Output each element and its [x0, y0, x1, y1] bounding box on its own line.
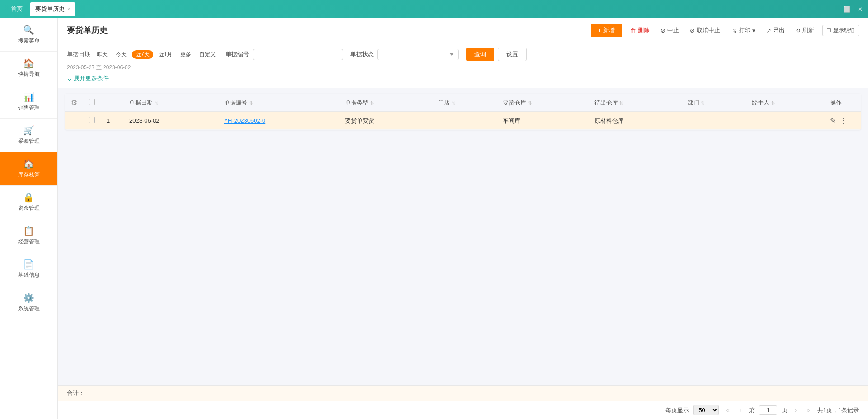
sidebar-item-inventory[interactable]: 🏠 库存核算 [0, 152, 57, 186]
table-header-row: ⚙ 单据日期 ⇅ 单据编号 ⇅ [65, 94, 861, 112]
select-all-checkbox[interactable] [89, 99, 95, 105]
cell-checkbox[interactable] [83, 112, 101, 130]
sales-icon: 📊 [23, 91, 34, 102]
gear-settings-icon[interactable]: ⚙ [71, 98, 78, 107]
date-btn-more[interactable]: 更多 [178, 50, 194, 59]
more-op-btn[interactable]: ⋮ [840, 117, 847, 124]
date-btn-custom[interactable]: 自定义 [197, 50, 218, 59]
sidebar-label-operations: 经营管理 [18, 238, 40, 246]
refresh-button[interactable]: ↻ 刷新 [793, 24, 817, 36]
bill-no-filter-group: 单据编号 [226, 49, 343, 60]
prev-page-btn[interactable]: ‹ [737, 406, 744, 414]
filter-row-1: 单据日期 昨天 今天 近7天 近1月 更多 自定义 单据编号 单据状态 [67, 48, 859, 61]
top-bar: 首页 要货单历史 × — ⬜ ✕ [0, 0, 868, 18]
window-controls: — ⬜ ✕ [830, 6, 863, 13]
refresh-label: 刷新 [802, 26, 814, 34]
next-page-btn[interactable]: › [792, 406, 799, 414]
query-button[interactable]: 查询 [466, 48, 494, 61]
bill-no-label: 单据编号 [226, 50, 249, 58]
stop-button[interactable]: ⊘ 中止 [658, 24, 682, 36]
sidebar-label-finance: 资金管理 [18, 205, 40, 212]
sidebar-item-sales[interactable]: 📊 销售管理 [0, 85, 57, 119]
sidebar-label-search: 搜索菜单 [18, 37, 40, 45]
bill-status-select[interactable] [377, 49, 459, 60]
bill-no-input[interactable] [253, 49, 343, 60]
page-header: 要货单历史 + 新增 🗑 删除 ⊘ 中止 ⊘ 取消中止 [58, 18, 868, 42]
setting-button[interactable]: 设置 [498, 48, 527, 61]
new-button[interactable]: + 新增 [591, 24, 622, 37]
date-btn-today[interactable]: 今天 [113, 50, 129, 59]
date-btn-7days[interactable]: 近7天 [132, 50, 153, 59]
tab-home-label: 首页 [11, 5, 23, 13]
sidebar-item-shortcut[interactable]: 🏠 快捷导航 [0, 52, 57, 85]
sidebar-label-sales: 销售管理 [18, 104, 40, 112]
row-checkbox[interactable] [89, 117, 95, 123]
page-suffix: 页 [782, 406, 788, 414]
restore-btn[interactable]: ⬜ [843, 6, 850, 13]
data-table: ⚙ 单据日期 ⇅ 单据编号 ⇅ [65, 94, 861, 130]
date-btn-yesterday[interactable]: 昨天 [94, 50, 110, 59]
pagination-bar: 每页显示 50 10 20 100 « ‹ 第 页 › » 共1页，1条记录 [58, 401, 868, 419]
th-department[interactable]: 部门 ⇅ [682, 94, 747, 112]
expand-more-btn[interactable]: ⌄ 展开更多条件 [67, 74, 859, 82]
th-pending-warehouse[interactable]: 待出仓库 ⇅ [589, 94, 682, 112]
sidebar-item-basic[interactable]: 📄 基础信息 [0, 252, 57, 286]
action-buttons: 查询 设置 [466, 48, 527, 61]
date-btn-1month[interactable]: 近1月 [156, 50, 175, 59]
minimize-btn[interactable]: — [830, 6, 836, 13]
date-shortcuts: 昨天 今天 近7天 近1月 更多 自定义 [94, 50, 218, 59]
expand-more-label: 展开更多条件 [74, 74, 109, 82]
cell-settings-empty [65, 112, 83, 130]
refresh-icon: ↻ [796, 27, 801, 34]
table-row: 1 2023-06-02 YH-20230602-0 要货单要货 车间库 原材料… [65, 112, 861, 130]
cell-num: 1 [101, 112, 124, 130]
sidebar-label-inventory: 库存核算 [18, 171, 40, 179]
th-checkbox[interactable] [83, 94, 101, 112]
sidebar-item-purchase[interactable]: 🛒 采购管理 [0, 119, 57, 152]
th-req-warehouse[interactable]: 要货仓库 ⇅ [497, 94, 589, 112]
bill-no-link[interactable]: YH-20230602-0 [224, 117, 265, 124]
close-btn[interactable]: ✕ [858, 6, 863, 13]
cell-store [433, 112, 497, 130]
delete-button[interactable]: 🗑 删除 [627, 24, 652, 36]
sidebar-item-finance[interactable]: 🔒 资金管理 [0, 186, 57, 219]
close-tab-icon[interactable]: × [67, 6, 70, 12]
th-store[interactable]: 门店 ⇅ [433, 94, 497, 112]
th-settings[interactable]: ⚙ [65, 94, 83, 112]
stop-label: 中止 [667, 26, 679, 34]
last-page-btn[interactable]: » [804, 406, 812, 414]
th-date[interactable]: 单据日期 ⇅ [124, 94, 218, 112]
print-button[interactable]: 🖨 打印 ▾ [728, 24, 758, 36]
operations-icon: 📋 [23, 225, 34, 236]
per-page-label: 每页显示 [665, 406, 689, 414]
edit-op-btn[interactable]: ✎ [830, 117, 836, 124]
date-range-text: 2023-05-27 至 2023-06-02 [67, 64, 131, 71]
sort-pending-wh-icon: ⇅ [619, 100, 623, 105]
total-info: 共1页，1条记录 [817, 406, 859, 414]
cell-bill-no[interactable]: YH-20230602-0 [218, 112, 340, 130]
tab-home[interactable]: 首页 [5, 2, 28, 16]
footer-bar: 合计： [58, 385, 868, 401]
th-bill-type[interactable]: 单据类型 ⇅ [340, 94, 433, 112]
display-detail-checkbox: ☐ [826, 27, 831, 33]
cancel-stop-button[interactable]: ⊘ 取消中止 [687, 24, 723, 36]
inventory-icon: 🏠 [23, 158, 34, 169]
sidebar-item-operations[interactable]: 📋 经营管理 [0, 219, 57, 252]
sidebar-item-search[interactable]: 🔍 搜索菜单 [0, 18, 57, 52]
per-page-select[interactable]: 50 10 20 100 [693, 405, 719, 415]
export-button[interactable]: ↗ 导出 [764, 24, 788, 36]
sort-store-icon: ⇅ [452, 100, 455, 105]
tab-history[interactable]: 要货单历史 × [30, 2, 75, 16]
cell-operation: ✎ ⋮ [825, 112, 861, 130]
th-handler[interactable]: 经手人 ⇅ [746, 94, 825, 112]
page-title-row: 要货单历史 + 新增 🗑 删除 ⊘ 中止 ⊘ 取消中止 [67, 24, 859, 37]
tab-history-label: 要货单历史 [35, 5, 65, 13]
sidebar-item-system[interactable]: ⚙️ 系统管理 [0, 286, 57, 319]
first-page-btn[interactable]: « [723, 406, 732, 414]
home-icon: 🏠 [23, 58, 34, 69]
th-bill-no[interactable]: 单据编号 ⇅ [218, 94, 340, 112]
page-input[interactable] [759, 405, 777, 415]
display-detail-button[interactable]: ☐ 显示明细 [822, 25, 859, 36]
sidebar: 🔍 搜索菜单 🏠 快捷导航 📊 销售管理 🛒 采购管理 🏠 库存核算 🔒 资金管… [0, 18, 58, 419]
page-title: 要货单历史 [67, 25, 108, 36]
